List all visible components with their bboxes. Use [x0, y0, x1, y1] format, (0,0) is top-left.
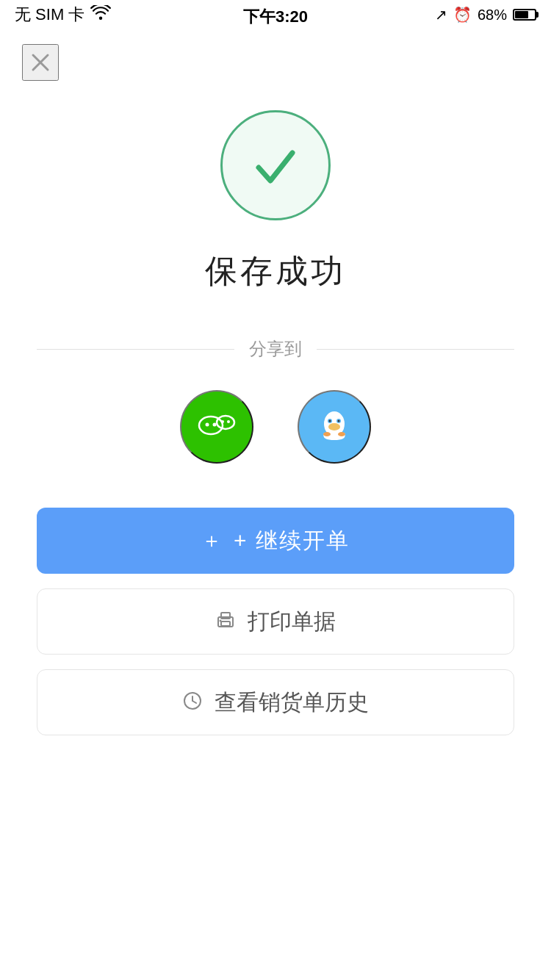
continue-order-button[interactable]: ＋ + 继续开单: [37, 508, 514, 574]
history-label: 查看销货单历史: [215, 688, 369, 718]
location-icon: ↗: [435, 6, 447, 24]
share-icons: [180, 390, 371, 464]
qq-share-button[interactable]: [298, 390, 371, 464]
status-left: 无 SIM 卡: [15, 4, 111, 26]
top-bar: [0, 29, 551, 88]
svg-rect-18: [221, 621, 230, 626]
svg-point-11: [329, 420, 331, 422]
svg-point-2: [199, 417, 223, 434]
svg-point-19: [220, 619, 222, 621]
svg-point-7: [227, 420, 230, 423]
svg-point-4: [206, 423, 209, 427]
svg-point-6: [221, 420, 224, 423]
svg-point-14: [323, 432, 331, 436]
success-title: 保存成功: [205, 250, 346, 293]
svg-point-12: [338, 420, 340, 422]
svg-point-13: [328, 423, 340, 430]
alarm-icon: ⏰: [453, 6, 472, 24]
divider-right: [317, 349, 514, 350]
print-label: 打印单据: [248, 607, 336, 637]
status-bar: 无 SIM 卡 下午3:20 ↗ ⏰ 68%: [0, 0, 551, 29]
plus-icon: ＋: [201, 530, 222, 551]
main-content: 保存成功 分享到: [0, 88, 551, 980]
battery-icon: [513, 9, 536, 21]
status-right: ↗ ⏰ 68%: [435, 6, 536, 24]
history-button[interactable]: 查看销货单历史: [37, 669, 514, 735]
svg-line-22: [192, 701, 196, 703]
divider-left: [37, 349, 234, 350]
svg-point-5: [213, 423, 217, 427]
share-label: 分享到: [234, 337, 317, 361]
checkmark-icon: [250, 140, 301, 191]
wechat-share-button[interactable]: [180, 390, 253, 464]
share-section: 分享到: [37, 337, 514, 464]
close-button[interactable]: [22, 44, 59, 81]
share-divider: 分享到: [37, 337, 514, 361]
status-time: 下午3:20: [243, 6, 308, 28]
printer-icon: [215, 610, 236, 634]
svg-point-3: [217, 416, 234, 429]
battery-percent: 68%: [478, 7, 507, 24]
wifi-icon: [90, 5, 111, 24]
clock-icon: [182, 691, 203, 715]
print-button[interactable]: 打印单据: [37, 588, 514, 655]
success-circle: [220, 110, 331, 220]
continue-order-label: + 继续开单: [234, 526, 350, 556]
svg-point-15: [338, 432, 345, 436]
action-buttons: ＋ + 继续开单 打印单据 查看销货单: [37, 508, 514, 735]
carrier-text: 无 SIM 卡: [15, 4, 84, 26]
